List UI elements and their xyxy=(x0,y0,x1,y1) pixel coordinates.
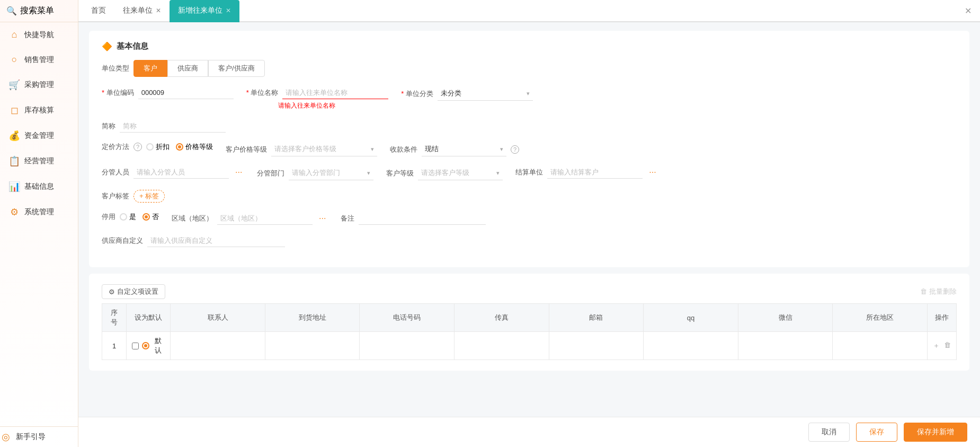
add-tag-btn[interactable]: + 标签 xyxy=(133,190,165,203)
unit-name-input[interactable] xyxy=(282,86,388,99)
cell-wechat[interactable] xyxy=(738,332,833,360)
sidebar-item-purchase[interactable]: 🛒 采购管理 xyxy=(0,72,78,98)
manager-label: 分管人员 xyxy=(102,168,129,177)
type-btn-customer[interactable]: 客户 xyxy=(133,60,167,77)
purchase-icon: 🛒 xyxy=(8,79,20,91)
disable-radio-group: 是 否 xyxy=(120,212,159,222)
sidebar-item-label: 新手引导 xyxy=(16,432,46,442)
sidebar-item-basic-info[interactable]: 📊 基础信息 xyxy=(0,174,78,199)
batch-delete-btn[interactable]: 🗑 批量删除 xyxy=(920,287,957,296)
wechat-input[interactable] xyxy=(744,342,827,350)
contact-input[interactable] xyxy=(176,342,260,350)
row-checkbox[interactable] xyxy=(132,343,139,349)
supplier-custom-group: 供应商自定义 xyxy=(102,234,285,247)
unit-info-row: 单位编码 单位名称 请输入往来单位名称 单位分类 未分类 xyxy=(102,86,957,110)
settlement-unit-input[interactable] xyxy=(547,166,643,179)
disable-radio-yes[interactable]: 是 xyxy=(120,212,136,222)
pricing-radio-price-level[interactable]: 价格等级 xyxy=(176,142,213,152)
unit-category-select[interactable]: 未分类 ▾ xyxy=(438,86,533,101)
operations-icon: 📋 xyxy=(8,155,20,167)
phone-input[interactable] xyxy=(365,342,449,350)
pricing-radio-discount[interactable]: 折扣 xyxy=(146,142,170,152)
close-all-tabs[interactable]: ✕ xyxy=(960,4,976,18)
unit-type-row: 单位类型 客户 供应商 客户/供应商 xyxy=(102,60,957,77)
pricing-method-label: 定价方法 xyxy=(102,142,129,152)
no-radio-dot xyxy=(142,213,150,221)
tab-partners-close[interactable]: ✕ xyxy=(156,7,161,14)
manager-input[interactable] xyxy=(133,166,229,179)
region-input[interactable] xyxy=(217,212,313,225)
tab-new-partner[interactable]: 新增往来单位 ✕ xyxy=(170,0,239,22)
type-btn-both[interactable]: 客户/供应商 xyxy=(208,60,265,77)
action-icons: ＋ 🗑 xyxy=(933,341,951,350)
default-radio[interactable]: 默认 xyxy=(142,336,165,355)
custom-settings-btn[interactable]: ⚙ 自定义项设置 xyxy=(102,284,165,299)
sidebar-item-guide[interactable]: ◎ 新手引导 xyxy=(0,426,78,447)
cell-fax[interactable] xyxy=(454,332,549,360)
abbreviation-input[interactable] xyxy=(120,120,226,133)
settings-gear-icon: ⚙ xyxy=(109,288,115,296)
region-cell-input[interactable] xyxy=(838,342,922,350)
manager-row: 分管人员 ··· 分管部门 请输入分管部门 ▾ 客户等级 请选择客户等级 ▾ xyxy=(102,166,957,180)
sidebar-item-finance[interactable]: 💰 资金管理 xyxy=(0,123,78,148)
fax-input[interactable] xyxy=(460,342,544,350)
unit-name-group: 单位名称 请输入往来单位名称 xyxy=(246,86,389,110)
region-more-btn[interactable]: ··· xyxy=(317,214,328,223)
cell-contact[interactable] xyxy=(171,332,265,360)
customer-level-select[interactable]: 请选择客户等级 ▾ xyxy=(418,166,503,180)
cell-qq[interactable] xyxy=(644,332,738,360)
sidebar-item-system[interactable]: ⚙ 系统管理 xyxy=(0,199,78,225)
customer-tag-row: 客户标签 + 标签 xyxy=(102,190,957,203)
sidebar-item-sales[interactable]: ○ 销售管理 xyxy=(0,47,78,72)
settlement-unit-label: 结算单位 xyxy=(515,168,543,177)
save-button[interactable]: 保存 xyxy=(856,423,897,442)
sidebar-item-quick-nav[interactable]: ⌂ 快捷导航 xyxy=(0,22,78,47)
sidebar-item-label: 资金管理 xyxy=(24,131,54,141)
tab-bar: 首页 往来单位 ✕ 新增往来单位 ✕ ✕ xyxy=(78,0,980,22)
address-input[interactable] xyxy=(271,342,354,350)
pricing-help-icon[interactable]: ? xyxy=(133,143,142,151)
department-select[interactable]: 请输入分管部门 ▾ xyxy=(289,166,373,180)
basic-info-icon: 📊 xyxy=(8,181,20,192)
sidebar-search-label: 搜索菜单 xyxy=(20,5,54,16)
pricing-method-group: 定价方法 ? 折扣 价格等级 xyxy=(102,142,213,152)
customer-level-chevron: ▾ xyxy=(496,170,500,177)
settlement-unit-more-btn[interactable]: ··· xyxy=(647,168,658,177)
disable-label: 停用 xyxy=(102,212,115,222)
manager-more-btn[interactable]: ··· xyxy=(233,168,244,177)
table-card: ⚙ 自定义项设置 🗑 批量删除 序号 设为默认 联系人 到货地址 电话号码 xyxy=(89,274,969,371)
unit-name-error: 请输入往来单位名称 xyxy=(278,102,335,109)
delete-row-btn[interactable]: 🗑 xyxy=(944,341,951,350)
cell-default[interactable]: 默认 xyxy=(127,332,171,360)
disable-group: 停用 是 否 xyxy=(102,212,159,222)
disable-radio-no[interactable]: 否 xyxy=(142,212,159,222)
department-group: 分管部门 请输入分管部门 ▾ xyxy=(257,166,373,180)
cell-address[interactable] xyxy=(265,332,360,360)
payment-terms-select[interactable]: 现结 ▾ xyxy=(422,142,506,156)
tab-partners[interactable]: 往来单位 ✕ xyxy=(114,0,170,22)
supplier-custom-label: 供应商自定义 xyxy=(102,236,143,246)
note-input[interactable] xyxy=(359,212,486,225)
unit-code-input[interactable] xyxy=(138,86,234,99)
sidebar-search[interactable]: 🔍 搜索菜单 xyxy=(0,0,78,22)
sidebar-item-inventory[interactable]: ◻ 库存核算 xyxy=(0,98,78,123)
unit-code-group: 单位编码 xyxy=(102,86,234,99)
payment-terms-help-icon[interactable]: ? xyxy=(511,145,519,154)
cell-region[interactable] xyxy=(833,332,928,360)
type-btn-supplier[interactable]: 供应商 xyxy=(167,60,208,77)
cell-email[interactable] xyxy=(549,332,644,360)
email-input[interactable] xyxy=(555,342,638,350)
department-chevron: ▾ xyxy=(367,170,370,177)
cancel-button[interactable]: 取消 xyxy=(808,423,850,442)
cell-phone[interactable] xyxy=(360,332,455,360)
customer-price-level-select[interactable]: 请选择客户价格等级 ▾ xyxy=(271,142,377,156)
unit-type-group: 单位类型 客户 供应商 客户/供应商 xyxy=(102,60,265,77)
sidebar-item-operations[interactable]: 📋 经营管理 xyxy=(0,148,78,174)
cell-index: 1 xyxy=(102,332,127,360)
save-new-button[interactable]: 保存并新增 xyxy=(904,423,967,442)
tab-new-partner-close[interactable]: ✕ xyxy=(226,7,231,14)
tab-home[interactable]: 首页 xyxy=(83,0,114,22)
supplier-custom-input[interactable] xyxy=(147,234,285,247)
add-row-btn[interactable]: ＋ xyxy=(933,341,940,350)
qq-input[interactable] xyxy=(649,342,733,350)
